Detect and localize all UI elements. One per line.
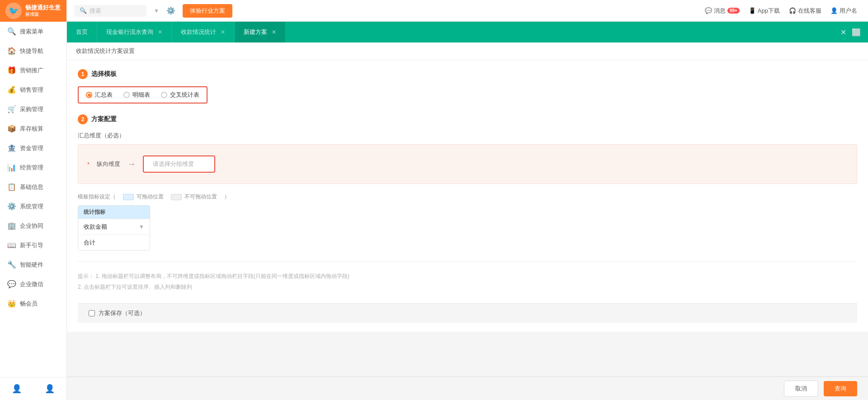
legend-fixed: 不可拖动位置 — [171, 193, 217, 201]
sidebar-item-marketing[interactable]: 🎁 营销推广 — [0, 61, 66, 80]
sidebar-item-member[interactable]: 👑 畅会员 — [0, 294, 66, 313]
sidebar-item-hardware[interactable]: 🔧 智能硬件 — [0, 255, 66, 274]
user-profile[interactable]: 👤 用户名 — [827, 7, 861, 15]
arrow-icon: → — [127, 160, 136, 169]
sidebar-item-finance[interactable]: 🏦 资金管理 — [0, 138, 66, 158]
tab-cashflow-label: 现金银行流水查询 — [106, 28, 153, 36]
chevron-down-icon[interactable]: ▼ — [139, 224, 144, 230]
radio-cross-label: 交叉统计表 — [170, 91, 199, 99]
save-checkbox[interactable] — [89, 310, 95, 316]
user-name: 用户名 — [840, 7, 857, 15]
sidebar-item-label: 企业微信 — [20, 280, 43, 288]
basic-info-icon: 📋 — [7, 183, 16, 191]
tab-receipts[interactable]: 收款情况统计 ✕ — [172, 22, 235, 42]
legend-fixed-label: 不可拖动位置 — [184, 193, 217, 201]
system-icon: ⚙️ — [7, 202, 16, 211]
sidebar-item-inventory[interactable]: 📦 库存核算 — [0, 119, 66, 138]
purchase-icon: 🛒 — [7, 105, 16, 113]
indicator-table: 统计指标 收款金额 ▼ 合计 — [78, 205, 150, 251]
search-placeholder: 搜索 — [90, 7, 101, 15]
tip-line2: 2. 点击标题栏下拉可设置排序、插入列和删除列 — [78, 282, 857, 292]
user-icon-1: 👤 — [12, 384, 22, 394]
user-icon-2: 👤 — [45, 384, 55, 394]
tab-new-plan[interactable]: 新建方案 ✕ — [235, 22, 286, 42]
radio-cross[interactable]: 交叉统计表 — [161, 91, 199, 99]
sidebar-item-label: 新手引导 — [20, 241, 43, 249]
service-btn[interactable]: 🎧 在线客服 — [785, 7, 825, 15]
topbar-actions: 💬 消息 99+ 📱 App下载 🎧 在线客服 👤 用户名 — [701, 7, 861, 15]
sidebar-item-label: 快捷导航 — [20, 47, 43, 55]
sidebar-item-operations[interactable]: 📊 经营管理 — [0, 158, 66, 177]
topbar: 🔍 搜索 ▼ ⚙️ 体验行业方案 💬 消息 99+ 📱 App下载 🎧 在线客服… — [67, 0, 868, 22]
close-window-icon[interactable]: ✕ — [840, 28, 846, 37]
sidebar-item-label: 采购管理 — [20, 105, 43, 113]
download-icon: 📱 — [749, 7, 756, 14]
sidebar-item-label: 畅会员 — [20, 300, 38, 308]
sidebar-item-label: 经营管理 — [20, 164, 43, 172]
trial-btn[interactable]: 体验行业方案 — [183, 4, 232, 18]
quick-nav-icon: 🏠 — [7, 47, 16, 55]
message-badge: 99+ — [727, 8, 740, 14]
save-label[interactable]: 方案保存（可选） — [99, 309, 146, 317]
radio-detail[interactable]: 明细表 — [123, 91, 150, 99]
breadcrumb: 收款情况统计方案设置 — [67, 42, 868, 60]
sidebar-item-label: 基础信息 — [20, 183, 43, 191]
maximize-icon[interactable]: ⬜ — [852, 28, 861, 37]
enterprise-icon: 🏢 — [7, 221, 16, 230]
stat-subtotal-row: 合计 — [78, 235, 150, 250]
dimension-selector[interactable]: 请选择分组维度 — [143, 155, 215, 173]
legend-fixed-box — [171, 194, 182, 200]
tab-window-actions: ✕ ⬜ — [833, 22, 868, 42]
stat-header: 统计指标 — [78, 206, 150, 219]
section1-label: 选择模板 — [91, 70, 117, 78]
inventory-icon: 📦 — [7, 124, 16, 133]
main-area: 🔍 搜索 ▼ ⚙️ 体验行业方案 💬 消息 99+ 📱 App下载 🎧 在线客服… — [67, 0, 868, 400]
settings-icon[interactable]: ⚙️ — [166, 6, 175, 15]
stat-item-row[interactable]: 收款金额 ▼ — [78, 219, 150, 235]
sidebar-item-label: 搜索菜单 — [20, 28, 43, 36]
search-bar[interactable]: 🔍 搜索 — [74, 5, 146, 17]
dimension-row: * 纵向维度 → 请选择分组维度 — [87, 155, 848, 173]
stat-header-label: 统计指标 — [84, 209, 105, 215]
tab-new-plan-close[interactable]: ✕ — [272, 29, 276, 35]
download-label: App下载 — [758, 7, 780, 15]
sidebar-item-system[interactable]: ⚙️ 系统管理 — [0, 197, 66, 216]
search-menu-icon: 🔍 — [7, 27, 16, 36]
sidebar-item-sales[interactable]: 💰 销售管理 — [0, 80, 66, 99]
sidebar-item-wechat[interactable]: 💬 企业微信 — [0, 274, 66, 294]
dimension-title: 汇总维度（必选） — [78, 132, 857, 140]
sidebar-item-search-menu[interactable]: 🔍 搜索菜单 — [0, 22, 66, 41]
user-btn-1[interactable]: 👤 — [9, 381, 24, 396]
legend-draggable-label: 可拖动位置 — [137, 193, 164, 201]
legend-draggable: 可拖动位置 — [123, 193, 164, 201]
user-btn-2[interactable]: 👤 — [42, 381, 57, 396]
radio-summary[interactable]: 汇总表 — [86, 91, 113, 99]
sidebar: 🐦 畅捷通好生意 标准版 🔍 搜索菜单 🏠 快捷导航 🎁 营销推广 💰 销售管理… — [0, 0, 67, 400]
radio-detail-label: 明细表 — [132, 91, 150, 99]
sidebar-item-basic-info[interactable]: 📋 基础信息 — [0, 177, 66, 197]
user-avatar: 👤 — [830, 7, 838, 14]
tip-line1: 提示： 1. 拖动标题栏可以调整布局，不可跨维度或指标区域拖动栏目字段(只能在同… — [78, 271, 857, 282]
section-config: 2 方案配置 汇总维度（必选） * 纵向维度 → 请选择分组维度 — [78, 114, 857, 292]
tab-cashflow-close[interactable]: ✕ — [158, 29, 162, 35]
service-icon: 🎧 — [789, 7, 796, 14]
sidebar-item-enterprise[interactable]: 🏢 企业协同 — [0, 216, 66, 235]
sidebar-item-label: 营销推广 — [20, 66, 43, 75]
download-btn[interactable]: 📱 App下载 — [745, 7, 783, 15]
sidebar-item-guide[interactable]: 📖 新手引导 — [0, 235, 66, 255]
tab-receipts-close[interactable]: ✕ — [221, 29, 225, 35]
tab-cashflow[interactable]: 现金银行流水查询 ✕ — [97, 22, 172, 42]
guide-icon: 📖 — [7, 241, 16, 249]
sidebar-item-purchase[interactable]: 🛒 采购管理 — [0, 99, 66, 119]
tabs-bar: 首页 现金银行流水查询 ✕ 收款情况统计 ✕ 新建方案 ✕ ✕ ⬜ — [67, 22, 868, 42]
query-button[interactable]: 查询 — [824, 381, 857, 396]
section2-num: 2 — [78, 114, 88, 124]
cancel-button[interactable]: 取消 — [784, 381, 818, 397]
sidebar-item-quick-nav[interactable]: 🏠 快捷导航 — [0, 41, 66, 61]
sales-icon: 💰 — [7, 85, 16, 94]
tab-home[interactable]: 首页 — [67, 22, 97, 42]
wechat-icon: 💬 — [7, 280, 16, 288]
message-btn[interactable]: 💬 消息 99+ — [701, 7, 743, 15]
tips-area: 提示： 1. 拖动标题栏可以调整布局，不可跨维度或指标区域拖动栏目字段(只能在同… — [78, 271, 857, 292]
indicator-legend: 模板指标设定（ 可拖动位置 不可拖动位置 ） — [78, 193, 857, 201]
